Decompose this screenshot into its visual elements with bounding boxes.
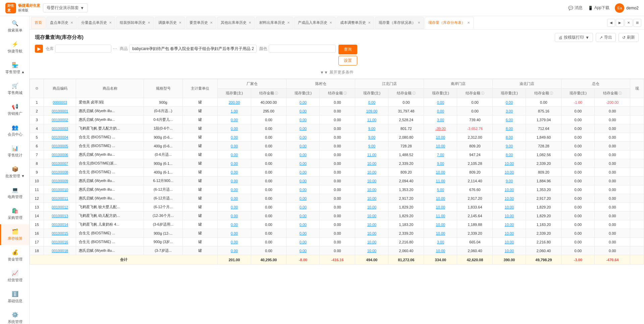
table-container[interactable]: ⚙ 商品编码 商品名称 规格型号 主计量单位 厂家仓 陈村仓 江北门店 南岸门店…	[30, 79, 644, 324]
na-qty-link[interactable]: 10.00	[436, 249, 445, 253]
na-qty-link[interactable]: 5.00	[437, 188, 444, 192]
tab-assemble[interactable]: 组装拆卸单历史 ✕	[116, 17, 154, 29]
jb-qty-link[interactable]: 11.00	[367, 153, 377, 157]
tab-product-in-close[interactable]: ✕	[329, 21, 332, 25]
tab-stocktake[interactable]: 盘点单历史 ✕	[46, 17, 77, 29]
export-btn[interactable]: ↗ 导出	[596, 33, 616, 42]
code-link[interactable]: 00100011	[52, 196, 68, 200]
tab-assemble-close[interactable]: ✕	[148, 21, 150, 25]
f-qty-link[interactable]: 0.00	[231, 214, 238, 218]
f-qty-link[interactable]: 0.00	[231, 161, 238, 166]
c-qty-link[interactable]: 0.00	[300, 196, 307, 200]
sidebar-item-finance[interactable]: 💰 资金管理	[0, 245, 29, 266]
c-qty-link[interactable]: 0.00	[300, 188, 307, 192]
yb-qty-link[interactable]: 10.00	[505, 240, 514, 244]
yb-qty-link[interactable]: 10.00	[505, 231, 514, 235]
tab-material-out[interactable]: 材料出库单历史 ✕	[256, 17, 293, 29]
f-qty-link[interactable]: 0.00	[231, 188, 238, 192]
f-qty-link[interactable]: 0.00	[231, 205, 238, 209]
sidebar-item-marketing[interactable]: 📢 营销推广	[0, 99, 29, 120]
sidebar-item-retail[interactable]: 🏪 零售管理 ▲	[0, 58, 29, 79]
print-btn[interactable]: 🖨 按模版打印 ▼	[555, 33, 593, 42]
yb-qty-link[interactable]: 6.00	[506, 118, 513, 122]
code-link[interactable]: 00100016	[52, 240, 68, 244]
sidebar-item-purchase[interactable]: 🛍️ 采购管理	[0, 203, 29, 224]
code-link[interactable]: 00100015	[52, 231, 68, 235]
app-download-btn[interactable]: 📱 App下载	[588, 5, 609, 11]
na-qty-link[interactable]: 10.00	[436, 231, 445, 235]
yb-qty-link[interactable]: 10.00	[505, 161, 514, 166]
na-qty-link[interactable]: 11.00	[436, 214, 445, 218]
tab-requisition-close[interactable]: ✕	[210, 21, 213, 25]
na-qty-link[interactable]: 11.00	[436, 179, 445, 183]
sidebar-item-wholesale[interactable]: 📦 批发管理 ▼	[0, 162, 29, 183]
jb-qty-link[interactable]: 10.00	[367, 170, 377, 174]
f-qty-link[interactable]: 1.00	[231, 109, 238, 113]
code-link[interactable]: 00100001	[52, 109, 68, 113]
th-gear[interactable]: ⚙	[30, 79, 44, 98]
c-qty-link[interactable]: 0.00	[300, 249, 307, 253]
code-link[interactable]: 00100013	[52, 214, 68, 218]
f-qty-link[interactable]: 0.00	[231, 144, 238, 148]
sidebar-item-ops[interactable]: 📈 经营管理	[0, 266, 29, 287]
tab-other-out-close[interactable]: ✕	[249, 21, 251, 25]
c-qty-link[interactable]: 0.00	[300, 153, 307, 157]
jb-qty-link[interactable]: 10.00	[367, 196, 377, 200]
jb-qty-link[interactable]: 10.00	[367, 205, 377, 209]
jb-qty-link[interactable]: 109.00	[366, 109, 378, 113]
tab-transfer[interactable]: 调拨单历史 ✕	[155, 17, 185, 29]
jb-qty-link[interactable]: 10.00	[367, 231, 377, 235]
code-link[interactable]: 00100010	[52, 188, 68, 192]
sidebar-item-search[interactable]: 🔍 搜索英单	[0, 16, 29, 37]
yb-qty-link[interactable]: 10.00	[505, 249, 514, 253]
filter-toggle-btn[interactable]: ▶	[35, 45, 43, 53]
refresh-btn[interactable]: ↺ 刷新	[619, 33, 639, 42]
sidebar-item-inventory[interactable]: 🗂️ 库存核算	[0, 224, 29, 245]
jb-qty-link[interactable]: 9.00	[368, 135, 375, 139]
f-qty-link[interactable]: 0.00	[231, 223, 238, 227]
code-link[interactable]: 00100007	[52, 161, 68, 166]
na-qty-link[interactable]: 10.00	[436, 135, 445, 139]
nav-expand-btn[interactable]: ⊞	[633, 19, 641, 27]
code-link[interactable]: 00100002	[52, 118, 68, 122]
c-qty-link[interactable]: 0.00	[300, 214, 307, 218]
yb-qty-link[interactable]: 9.00	[506, 179, 513, 183]
nav-prev-btn[interactable]: ◀	[607, 19, 615, 27]
user-area[interactable]: Ea demo2	[615, 3, 639, 13]
na-qty-link[interactable]: 10.00	[436, 196, 445, 200]
warehouse-input[interactable]	[55, 45, 111, 53]
c-qty-link[interactable]: 0.00	[300, 223, 307, 227]
f-qty-link[interactable]: 0.00	[231, 153, 238, 157]
sidebar-item-shop[interactable]: 🛒 零售商城	[0, 79, 29, 99]
gear-icon[interactable]: ⚙	[35, 86, 39, 90]
c-qty-link[interactable]: 0.00	[300, 170, 307, 174]
code-link[interactable]: 00100006	[52, 153, 68, 157]
org-selector[interactable]: 母婴行业演示陈套 ▼	[43, 3, 88, 12]
code-link[interactable]: 00100018	[52, 249, 68, 253]
nav-next-btn[interactable]: ▶	[616, 19, 624, 27]
na-qty-link[interactable]: 3.00	[437, 118, 444, 122]
f-qty-link[interactable]: 0.00	[231, 249, 238, 253]
f-qty-link[interactable]: 0.00	[231, 170, 238, 174]
yb-qty-link[interactable]: 10.00	[505, 188, 514, 192]
f-qty-link[interactable]: 0.00	[231, 196, 238, 200]
sidebar-item-ecom[interactable]: 💻 电商管理	[0, 183, 29, 203]
tab-stocktake-close[interactable]: ✕	[70, 21, 73, 25]
expand-conditions-btn[interactable]: ▼▼ 展开更多条件	[317, 68, 356, 77]
c-qty-link[interactable]: 0.00	[300, 118, 307, 122]
code-link[interactable]: 00100008	[52, 170, 68, 174]
tab-home[interactable]: 首页	[31, 17, 46, 29]
tab-product-in[interactable]: 产成品入库单历史 ✕	[294, 17, 336, 29]
yb-qty-link[interactable]: 10.00	[505, 205, 514, 209]
sidebar-item-nav[interactable]: ⚡ 快捷导航	[0, 37, 29, 58]
jb-qty-link[interactable]: 11.00	[367, 118, 377, 122]
tab-material-out-close[interactable]: ✕	[287, 21, 290, 25]
jb-qty-link[interactable]: 10.00	[367, 161, 377, 166]
na-qty-link[interactable]: 3.00	[437, 240, 444, 244]
c-qty-link[interactable]: 0.00	[300, 161, 307, 166]
f-qty-link[interactable]: 0.00	[231, 231, 238, 235]
c-qty-link[interactable]: 0.00	[300, 231, 307, 235]
goods-input[interactable]	[129, 45, 257, 53]
yb-qty-link[interactable]: 10.00	[505, 170, 514, 174]
yb-qty-link[interactable]: 10.00	[505, 196, 514, 200]
